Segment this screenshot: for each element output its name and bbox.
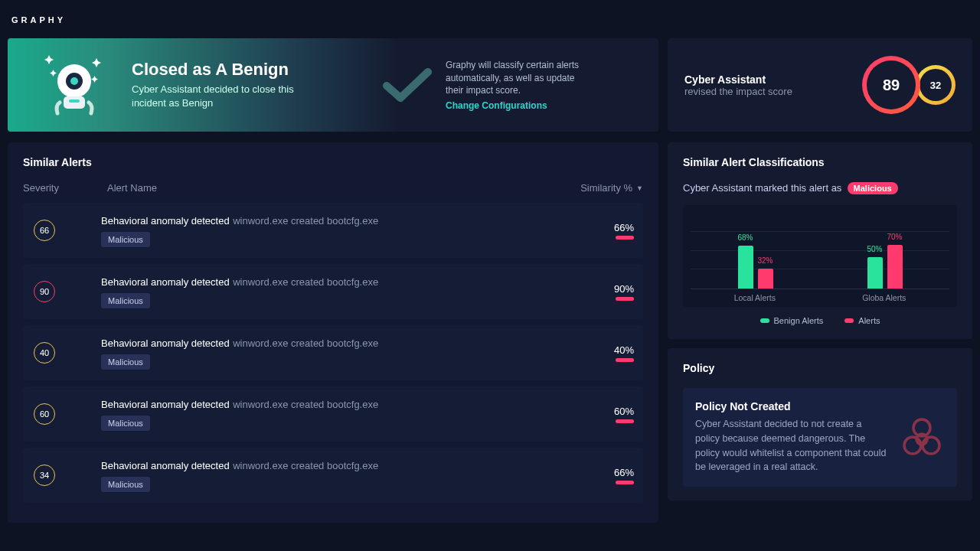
change-config-link[interactable]: Change Configurations — [446, 100, 591, 111]
alert-tag: Malicious — [101, 477, 150, 492]
impact-card: Cyber Assistant revised the impact score… — [668, 38, 972, 132]
malicious-tag: Malicious — [848, 182, 898, 194]
alerts-title: Similar Alerts — [23, 156, 643, 168]
similarity-bar — [616, 419, 634, 423]
table-row[interactable]: 34Behavioral anomaly detected winword.ex… — [23, 448, 643, 503]
bar-group: 50%70% — [867, 245, 903, 289]
similar-alerts-panel: Similar Alerts Severity Alert Name Simil… — [8, 142, 658, 523]
alert-tag: Malicious — [101, 293, 150, 308]
impact-subtitle: revised the impact score — [684, 86, 862, 97]
impact-title: Cyber Assistant — [684, 73, 862, 86]
alert-detail: winword.exe created bootcfg.exe — [233, 215, 378, 227]
classification-text: Cyber Assistant marked this alert as — [683, 182, 841, 194]
table-row[interactable]: 90Behavioral anomaly detected winword.ex… — [23, 264, 643, 319]
bar-value-label: 68% — [737, 233, 753, 242]
col-severity[interactable]: Severity — [23, 182, 107, 194]
app-name: GRAPHY — [11, 15, 969, 24]
banner-description: Graphy will classify certain alerts auto… — [446, 59, 591, 97]
bar-value-label: 50% — [867, 245, 882, 253]
check-icon — [377, 66, 438, 104]
similarity-value: 66% — [573, 222, 634, 233]
similarity-value: 90% — [573, 283, 634, 295]
alert-tag: Malicious — [101, 354, 150, 370]
col-similarity[interactable]: Similarity % ▼ — [567, 182, 643, 194]
similarity-bar — [616, 358, 634, 362]
svg-point-7 — [904, 437, 921, 454]
severity-badge: 34 — [34, 465, 55, 486]
table-row[interactable]: 66Behavioral anomaly detected winword.ex… — [23, 203, 643, 258]
robot-icon — [24, 52, 124, 118]
severity-badge: 60 — [34, 403, 55, 425]
alert-title: Behavioral anomaly detected — [101, 460, 230, 471]
similarity-bar — [616, 481, 634, 484]
bar: 68% — [738, 246, 753, 289]
axis-label: Globa Alerts — [862, 293, 906, 302]
legend-benign: Benign Alerts — [760, 316, 824, 325]
alert-tag: Malicious — [101, 232, 150, 247]
policy-panel: Policy Policy Not Created Cyber Assistan… — [668, 348, 972, 500]
classification-chart: 68%32%50%70% Local AlertsGloba Alerts — [683, 205, 957, 307]
alert-detail: winword.exe created bootcfg.exe — [233, 460, 378, 471]
alert-title: Behavioral anomaly detected — [101, 276, 230, 288]
svg-point-2 — [70, 77, 78, 85]
severity-badge: 90 — [34, 281, 55, 302]
col-name[interactable]: Alert Name — [107, 182, 567, 194]
alert-detail: winword.exe created bootcfg.exe — [233, 399, 378, 410]
bar: 70% — [887, 245, 903, 289]
bar: 50% — [867, 257, 883, 289]
classifications-panel: Similar Alert Classifications Cyber Assi… — [668, 142, 972, 339]
score-new: 32 — [920, 69, 952, 101]
score-ring-old: 89 — [862, 56, 920, 114]
similarity-bar — [616, 236, 634, 240]
table-row[interactable]: 60Behavioral anomaly detected winword.ex… — [23, 386, 643, 442]
alert-title: Behavioral anomaly detected — [101, 215, 230, 227]
bar: 32% — [758, 269, 773, 289]
alert-title: Behavioral anomaly detected — [101, 337, 230, 349]
biohazard-icon — [899, 400, 945, 474]
alert-tag: Malicious — [101, 416, 150, 431]
severity-badge: 40 — [34, 342, 55, 364]
status-banner: Closed as A Benign Cyber Assistant decid… — [8, 38, 658, 132]
classifications-title: Similar Alert Classifications — [683, 156, 957, 168]
alert-title: Behavioral anomaly detected — [101, 399, 230, 410]
banner-title: Closed as A Benign — [132, 60, 377, 80]
bar-group: 68%32% — [738, 246, 773, 289]
legend-alerts: Alerts — [844, 316, 880, 325]
sort-desc-icon: ▼ — [636, 184, 643, 192]
similarity-value: 66% — [573, 467, 634, 478]
score-ring-new: 32 — [916, 65, 956, 105]
similarity-bar — [616, 297, 634, 301]
policy-section-title: Policy — [683, 362, 957, 374]
table-row[interactable]: 40Behavioral anomaly detected winword.ex… — [23, 325, 643, 380]
similarity-value: 40% — [573, 344, 634, 356]
bar-value-label: 70% — [887, 233, 902, 241]
alert-detail: winword.exe created bootcfg.exe — [233, 276, 378, 288]
policy-description: Cyber Assistant decided to not create a … — [695, 417, 888, 474]
bar-value-label: 32% — [757, 256, 773, 265]
score-old: 89 — [867, 60, 916, 109]
alert-detail: winword.exe created bootcfg.exe — [233, 337, 378, 349]
severity-badge: 66 — [34, 220, 55, 241]
policy-title: Policy Not Created — [695, 400, 888, 412]
svg-point-8 — [923, 437, 939, 454]
axis-label: Local Alerts — [734, 293, 776, 302]
svg-rect-4 — [69, 99, 80, 103]
similarity-value: 60% — [573, 406, 634, 417]
banner-subtitle: Cyber Assistant decided to close this in… — [132, 83, 300, 110]
